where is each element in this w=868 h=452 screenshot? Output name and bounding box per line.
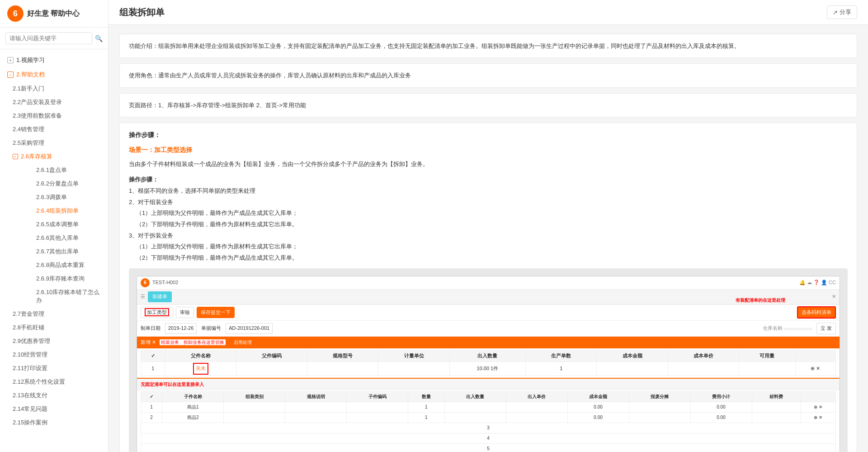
sidebar-item-split-stock[interactable]: 2.6.2分量盘点单 — [20, 177, 108, 190]
sidebar-item-install[interactable]: 2.2产品安装及登录 — [13, 95, 108, 109]
sidebar-item-cash[interactable]: 2.7资金管理 — [13, 307, 108, 321]
mock-bottom-row1: 1 商品1 1 0.00 — [141, 402, 836, 412]
scenario-desc-text: 当由多个子件材料组装成一个成品的业务为【组装】业务，当由一个父件拆分成多个子产品… — [129, 159, 848, 170]
mock-screenshot: 6 TEST-H002 🔔 ☁ ❓ 👤 CC ☰ 新建单 ✕ — [129, 269, 847, 452]
sidebar-item-stocktake[interactable]: 2.6.1盘点单 — [20, 163, 108, 177]
mock-top-cell-avail — [739, 362, 796, 376]
mock-brow5-empty: 5 — [141, 443, 836, 452]
sidebar-sub-docs: 2.1新手入门 2.2产品安装及登录 2.3使用前数据准备 2.4销售管理 2.… — [0, 82, 108, 429]
sidebar-label-video: 1.视频学习 — [16, 56, 45, 64]
sidebar-item-assembly[interactable]: 2.6.4组装拆卸单 — [20, 204, 108, 218]
sidebar-item-video[interactable]: + 1.视频学习 — [0, 53, 108, 67]
step1: 1、根据不同的业务，选择不同单据的类型来处理 — [129, 186, 848, 197]
mock-bottom-tbody: 1 商品1 1 0.00 — [141, 402, 836, 452]
mock-app-topbar: 6 TEST-H002 🔔 ☁ ❓ 👤 CC — [137, 276, 840, 290]
mock-top-table-head: ✓ 父件名称 父件编码 规格型号 计量单位 出入数量 生产单数 成本金额 成本单 — [141, 350, 836, 362]
sidebar-group-inventory: − 2.6库存核算 2.6.1盘点单 2.6.2分量盘点单 2.6.3调拨单 2… — [13, 150, 108, 307]
mock-brow1-name: 商品1 — [162, 402, 224, 412]
mock-brow1-op: ⊕ ✕ — [801, 402, 835, 412]
sidebar-item-pay[interactable]: 2.13在线支付 — [13, 389, 108, 402]
mock-th-unit-cost: 成本单价 — [668, 350, 739, 362]
screenshot-container: 6 TEST-H002 🔔 ☁ ❓ 👤 CC ☰ 新建单 ✕ — [129, 268, 848, 452]
mock-top-table-header-row: ✓ 父件名称 父件编码 规格型号 计量单位 出入数量 生产单数 成本金额 成本单 — [141, 350, 836, 362]
intro-text: 功能介绍：组装拆卸单用来处理企业组装或拆卸等加工业务，支持有固定装配清单的产品加… — [129, 41, 848, 51]
mock-top-cell-op: ⊕ ✕ — [795, 362, 835, 376]
search-input[interactable] — [5, 32, 92, 44]
mock-bottom-row4: 4 — [141, 433, 836, 443]
sidebar-item-faq[interactable]: 2.14常见问题 — [13, 402, 108, 416]
mock-bth-type: 组装类别 — [224, 391, 285, 402]
sidebar-section-title-video[interactable]: + 1.视频学习 — [0, 53, 108, 67]
mock-brow2-num: 2 — [141, 412, 162, 423]
sidebar-item-newbie[interactable]: 2.1新手入门 — [13, 82, 108, 95]
mock-bth-material: 材料费 — [752, 391, 801, 402]
steps-header: 操作步骤： — [129, 129, 848, 141]
mock-annotation2-text: 组装业务、拆卸业务在这里切换 — [160, 338, 226, 347]
mock-th-check: ✓ — [141, 350, 165, 362]
mock-parent-name-cell: 关木 — [193, 363, 208, 375]
mock-brow4-empty: 4 — [141, 433, 836, 443]
mock-form-row: 制单日期 2019-12-26 单据编号 AD-20191226-001 仓库名… — [137, 321, 840, 337]
step3-2: （2）下部明细为子件明细，最终作为产成品生成其它入库单。 — [129, 252, 848, 264]
sidebar-item-inventory[interactable]: − 2.6库存核算 — [13, 150, 108, 163]
mock-bottom-row3: 3 — [141, 423, 836, 433]
mock-brow2-type — [224, 412, 285, 423]
mock-brow1-code — [347, 402, 408, 412]
mock-top-cell-code — [236, 362, 307, 376]
mock-logo: 6 — [141, 278, 150, 287]
path-block: 页面路径：1、库存核算->库存管理->组装拆卸单 2、首页->常用功能 — [119, 93, 857, 117]
ops-steps-title: 操作步骤： — [129, 174, 848, 186]
mock-brow2-name: 商品2 — [162, 412, 224, 423]
mock-sub-toolbar: 新增 ✕ 组装业务、拆卸业务在这里切换 启用处理 — [137, 337, 840, 348]
mock-top-cell-name: 关木 — [165, 362, 236, 376]
mock-brow2-inqty — [444, 412, 506, 423]
sidebar-item-cost-adj[interactable]: 2.6.5成本调整单 — [20, 218, 108, 231]
mock-brow2-spec — [285, 412, 347, 423]
mock-brow1-type — [224, 402, 285, 412]
mock-brow2-cost: 0.00 — [567, 412, 629, 423]
scenario-title: 场景一：加工类型选择 — [129, 144, 848, 156]
sidebar-item-sales[interactable]: 2.4销售管理 — [13, 123, 108, 136]
sidebar-item-account-err[interactable]: 2.6.10库存账本错了怎么办 — [20, 285, 108, 307]
sidebar-item-other-in[interactable]: 2.6.6其他入库单 — [20, 231, 108, 245]
mock-topbar-id: TEST-H002 — [152, 278, 178, 287]
mock-th-op — [795, 350, 835, 362]
sidebar-section-title-docs[interactable]: − 2.帮助文档 — [0, 67, 108, 82]
mock-top-cell-cost — [597, 362, 668, 376]
logo-icon: 6 — [7, 5, 24, 22]
mock-brow2-scrap — [629, 412, 690, 423]
role-block: 使用角色：通常由生产人员或库管人员完成拆装业务的操作，库管人员确认原材料的出库和… — [119, 63, 857, 87]
mock-bth-code: 子件编码 — [347, 391, 408, 402]
mock-th-prod-qty: 生产单数 — [526, 350, 597, 362]
mock-top-cell-unit-cost — [668, 362, 739, 376]
sidebar-item-goods-cost[interactable]: 2.6.8商品成本重算 — [20, 258, 108, 272]
sidebar-inventory-subitems: 2.6.1盘点单 2.6.2分量盘点单 2.6.3调拨单 2.6.4组装拆卸单 … — [13, 163, 108, 307]
sidebar-item-data[interactable]: 2.3使用前数据准备 — [13, 109, 108, 123]
search-icon[interactable]: 🔍 — [95, 35, 103, 42]
sidebar-item-other-out[interactable]: 2.6.7其他出库单 — [20, 245, 108, 258]
mock-bth-cost: 成本金额 — [567, 391, 629, 402]
sidebar-item-adjust[interactable]: 2.6.3调拨单 — [20, 190, 108, 204]
sidebar-item-biz[interactable]: 2.10经营管理 — [13, 348, 108, 362]
mock-brow1-num: 1 — [141, 402, 162, 412]
mock-top-cell-num: 1 — [141, 362, 165, 376]
sidebar-item-mobile[interactable]: 2.8手机旺铺 — [13, 321, 108, 334]
steps-block: 操作步骤： 场景一：加工类型选择 当由多个子件材料组装成一个成品的业务为【组装】… — [119, 123, 857, 452]
sidebar-item-custom[interactable]: 2.12系统个性化设置 — [13, 375, 108, 389]
sidebar-item-purchase[interactable]: 2.5采购管理 — [13, 136, 108, 150]
mock-annotation4: 无固定清单可以在这里直接录入 — [141, 381, 204, 389]
mock-top-table-body: 1 关木 10.00 1件 1 — [141, 362, 836, 376]
mock-bth-name: 子件名称 — [162, 391, 224, 402]
mock-toolbar: 加工类型 审核 保存提交一下 选条码料清单 有装配清单的在这里处理 — [137, 305, 840, 321]
sidebar-item-cases[interactable]: 2.15操作案例 — [13, 416, 108, 429]
sidebar-item-coupon[interactable]: 2.9优惠券管理 — [13, 334, 108, 348]
sidebar-item-print[interactable]: 2.11打印设置 — [13, 362, 108, 375]
mock-top-cell-spec — [307, 362, 378, 376]
mock-app-window: 6 TEST-H002 🔔 ☁ ❓ 👤 CC ☰ 新建单 ✕ — [137, 276, 840, 452]
share-label: 分享 — [840, 8, 851, 16]
sidebar-item-stock-query[interactable]: 2.6.9库存账本查询 — [20, 272, 108, 285]
mock-toolbar-right: 选条码料清单 — [797, 306, 836, 319]
mock-bottom-thead: ✓ 子件名称 组装类别 规格说明 子件编码 数量 出入数量 出入单价 成本金额 — [141, 391, 836, 402]
mock-nav-icon: ☰ — [141, 292, 145, 301]
share-button[interactable]: ↗ 分享 — [827, 5, 857, 19]
